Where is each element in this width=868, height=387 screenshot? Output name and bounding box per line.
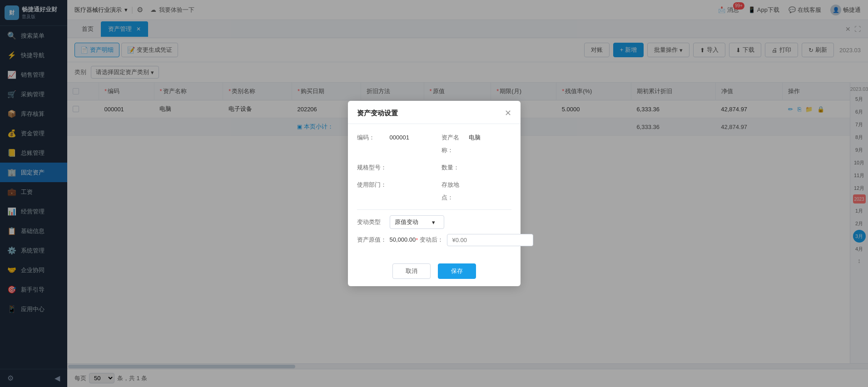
modal-divider (357, 209, 511, 210)
modal-close-button[interactable]: ✕ (505, 108, 511, 118)
modal-row-asset-value: 资产原值： 50,000.00 * 变动后： (357, 233, 511, 246)
modal-row-spec: 规格型号： 数量： (357, 161, 511, 174)
modal-title: 资产变动设置 (357, 109, 398, 118)
asset-value-label: 资产原值： (357, 236, 390, 244)
page-content: 📄 资产明细 📝 变更生成凭证 对账 + 新增 批量操作 ▾ (67, 38, 868, 387)
modal-body: 编码： 000001 资产名称： 电脑 规格型号： 数量： 使用部门： (348, 124, 521, 258)
main-area: 医疗器械行业演示 ▾ | ⚙ ☁ 我要体验一下 📩 消息 99+ 📱 App下载… (67, 0, 868, 387)
code-value: 000001 (390, 131, 432, 144)
modal-row-dept: 使用部门： 存放地点： (357, 179, 511, 204)
asset-change-modal: 资产变动设置 ✕ 编码： 000001 资产名称： 电脑 规格型号： 数量： (348, 101, 521, 286)
spec-label: 规格型号： (357, 161, 390, 174)
change-type-dropdown-icon: ▾ (432, 219, 435, 226)
location-label: 存放地点： (432, 179, 469, 204)
asset-name-value: 电脑 (469, 131, 511, 144)
save-button[interactable]: 保存 (438, 263, 476, 279)
department-label: 使用部门： (357, 179, 390, 191)
code-label: 编码： (357, 131, 390, 144)
required-star: * (416, 237, 418, 243)
change-type-value: 原值变动 (395, 218, 418, 226)
asset-name-label: 资产名称： (432, 131, 469, 157)
change-type-label: 变动类型 (357, 218, 390, 226)
modal-footer: 取消 保存 (348, 258, 521, 286)
cancel-button[interactable]: 取消 (392, 263, 431, 279)
modal-row-change-type: 变动类型 原值变动 ▾ (357, 215, 511, 229)
quantity-label: 数量： (432, 161, 469, 174)
modal-overlay[interactable]: 资产变动设置 ✕ 编码： 000001 资产名称： 电脑 规格型号： 数量： (67, 38, 868, 387)
asset-value: 50,000.00 (390, 233, 416, 246)
change-type-select[interactable]: 原值变动 ▾ (390, 215, 444, 229)
modal-row-code: 编码： 000001 资产名称： 电脑 (357, 131, 511, 157)
after-change-label: 变动后： (420, 236, 447, 244)
modal-header: 资产变动设置 ✕ (348, 101, 521, 124)
after-change-input[interactable] (447, 234, 533, 246)
